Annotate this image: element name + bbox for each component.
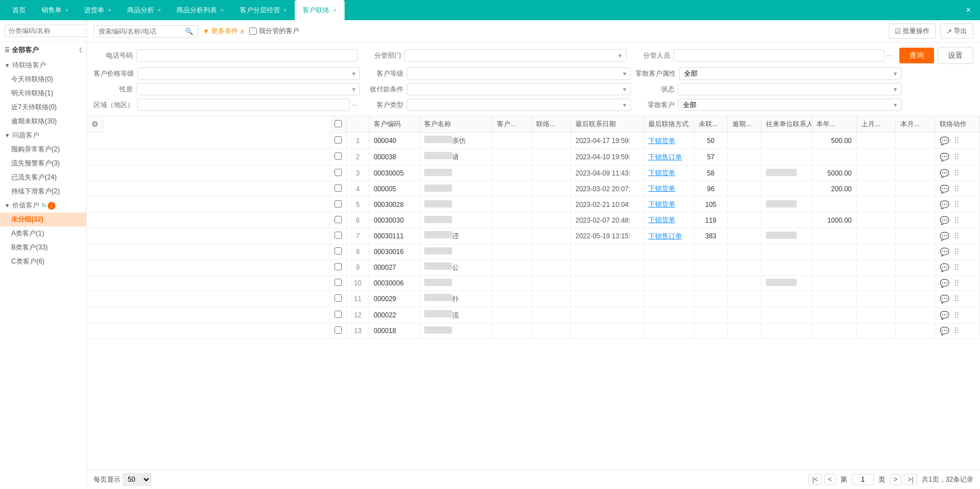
sidebar-item-tomorrow[interactable]: 明天待联络(1) <box>0 86 86 100</box>
sidebar-item-ungroup[interactable]: 未分组(32) <box>0 213 86 227</box>
nav-close-purchase[interactable]: × <box>108 7 111 13</box>
input-phone[interactable] <box>136 49 357 62</box>
comment-icon-0[interactable]: 💬 <box>940 136 949 145</box>
nav-home[interactable]: 首页 <box>4 0 34 20</box>
comment-icon-3[interactable]: 💬 <box>940 184 949 193</box>
select-dept[interactable] <box>405 49 626 62</box>
nav-close-customer-contact[interactable]: × <box>333 7 336 13</box>
last-way-link[interactable]: 下销售订单 <box>648 153 682 161</box>
region-dots-icon[interactable]: ··· <box>350 101 360 109</box>
sidebar-item-overdue[interactable]: 逾期未联络(30) <box>0 114 86 128</box>
filter-more-conditions[interactable]: ▼ 更多条件 ∧ <box>203 26 245 36</box>
grid-action-icon-6[interactable]: ⠿ <box>954 232 959 241</box>
grid-action-icon-10[interactable]: ⠿ <box>954 294 959 303</box>
sidebar-group-problem[interactable]: ▼ 问题客户 <box>0 128 86 142</box>
row-checkbox-8[interactable] <box>335 263 342 270</box>
window-close-button[interactable]: × <box>962 5 976 15</box>
query-button[interactable]: 查询 <box>899 48 934 63</box>
sidebar-item-churned[interactable]: 已流失客户(24) <box>0 170 86 184</box>
last-way-link[interactable]: 下销货单 <box>648 137 675 145</box>
comment-icon-11[interactable]: 💬 <box>940 311 949 320</box>
nav-purchase[interactable]: 进货单 × <box>76 0 119 20</box>
comment-icon-5[interactable]: 💬 <box>940 216 949 225</box>
next-page-button[interactable]: > <box>890 474 902 485</box>
sidebar-item-week[interactable]: 近7天待联络(0) <box>0 100 86 114</box>
th-name[interactable]: 客户名称 <box>420 116 493 133</box>
nav-analysis-list[interactable]: 商品分析列表 × <box>169 0 231 20</box>
row-checkbox-7[interactable] <box>335 247 342 255</box>
reset-button[interactable]: 设置 <box>937 47 973 64</box>
last-way-link[interactable]: 下销售订单 <box>648 232 682 240</box>
grid-action-icon-7[interactable]: ⠿ <box>954 247 959 256</box>
row-checkbox-2[interactable] <box>335 169 342 176</box>
select-price-level[interactable] <box>137 67 360 80</box>
nav-close-customer-segment[interactable]: × <box>284 7 287 13</box>
sidebar-item-c-class[interactable]: C类客户(6) <box>0 255 86 269</box>
sidebar-search-input[interactable] <box>4 25 87 37</box>
nav-analysis[interactable]: 商品分析 × <box>119 0 169 20</box>
per-page-select[interactable]: 50 100 <box>123 473 151 486</box>
row-checkbox-1[interactable] <box>335 153 342 160</box>
comment-icon-9[interactable]: 💬 <box>940 279 949 288</box>
nav-sales[interactable]: 销售单 × <box>34 0 76 20</box>
last-way-link[interactable]: 下销货单 <box>648 184 675 192</box>
row-checkbox-5[interactable] <box>335 216 342 223</box>
input-region[interactable] <box>137 99 350 111</box>
nav-close-analysis-list[interactable]: × <box>220 7 224 13</box>
th-code[interactable]: 客户编码 <box>369 116 420 133</box>
nav-close-analysis[interactable]: × <box>157 7 161 13</box>
comment-icon-12[interactable]: 💬 <box>940 326 949 335</box>
first-page-button[interactable]: |< <box>809 474 822 485</box>
manager-dots-icon[interactable]: ··· <box>885 52 895 59</box>
value-refresh-icon[interactable]: ↻ <box>41 202 47 209</box>
select-customer-level[interactable] <box>407 67 630 80</box>
grid-action-icon-0[interactable]: ⠿ <box>954 136 959 145</box>
comment-icon-7[interactable]: 💬 <box>940 247 949 256</box>
settings-gear-icon[interactable]: ⚙ <box>91 119 99 128</box>
grid-action-icon-11[interactable]: ⠿ <box>954 311 959 320</box>
sidebar-item-abnormal[interactable]: 囤购异常客户(2) <box>0 142 86 156</box>
grid-action-icon-3[interactable]: ⠿ <box>954 184 959 193</box>
grid-action-icon-1[interactable]: ⠿ <box>954 153 959 162</box>
comment-icon-4[interactable]: 💬 <box>940 200 949 209</box>
comment-icon-10[interactable]: 💬 <box>940 294 949 303</box>
last-way-link[interactable]: 下销货单 <box>648 169 675 177</box>
page-input[interactable] <box>852 474 874 485</box>
select-retail-attr[interactable]: 全部 <box>679 67 902 80</box>
nav-customer-segment[interactable]: 客户分层经营 × <box>232 0 295 20</box>
grid-action-icon-12[interactable]: ⠿ <box>954 326 959 335</box>
sidebar-group-value[interactable]: ▼ 价值客户 ↻ ! <box>0 199 86 213</box>
last-page-button[interactable]: >| <box>904 474 917 485</box>
grid-action-icon-4[interactable]: ⠿ <box>954 200 959 209</box>
comment-icon-2[interactable]: 💬 <box>940 169 949 178</box>
nav-customer-contact[interactable]: 客户联络 × <box>295 0 344 20</box>
sidebar-item-today[interactable]: 今天待联络(0) <box>0 72 86 86</box>
row-checkbox-9[interactable] <box>335 279 342 286</box>
all-customers-header[interactable]: ⠿ 全部客户 《 <box>0 42 86 58</box>
filter-search-input[interactable] <box>99 27 183 35</box>
row-checkbox-10[interactable] <box>335 294 342 302</box>
row-checkbox-0[interactable] <box>335 136 342 144</box>
input-manager[interactable] <box>674 49 885 62</box>
comment-icon-8[interactable]: 💬 <box>940 263 949 272</box>
export-button[interactable]: ↗ 导出 <box>940 24 973 39</box>
grid-action-icon-9[interactable]: ⠿ <box>954 279 959 288</box>
last-way-link[interactable]: 下销货单 <box>648 200 675 208</box>
th-settings[interactable]: ⚙ <box>87 116 104 132</box>
select-retail[interactable]: 全部 <box>678 99 902 111</box>
select-all-checkbox[interactable] <box>335 120 342 127</box>
grid-action-icon-5[interactable]: ⠿ <box>954 216 959 225</box>
comment-icon-6[interactable]: 💬 <box>940 232 949 241</box>
row-checkbox-6[interactable] <box>335 232 342 239</box>
my-customers-checkbox[interactable] <box>249 27 257 35</box>
sidebar-item-a-class[interactable]: A类客户(1) <box>0 227 86 241</box>
select-payment[interactable] <box>407 83 630 95</box>
row-checkbox-4[interactable] <box>335 200 342 207</box>
batch-op-button[interactable]: ☑ 批量操作 <box>889 24 936 39</box>
select-customer-type[interactable] <box>407 99 630 111</box>
sidebar-item-declining[interactable]: 持续下滑客户(2) <box>0 184 86 199</box>
prev-page-button[interactable]: < <box>824 474 836 485</box>
row-checkbox-11[interactable] <box>335 311 342 318</box>
sidebar-collapse-icon[interactable]: 《 <box>76 47 82 54</box>
nav-close-sales[interactable]: × <box>65 7 68 13</box>
